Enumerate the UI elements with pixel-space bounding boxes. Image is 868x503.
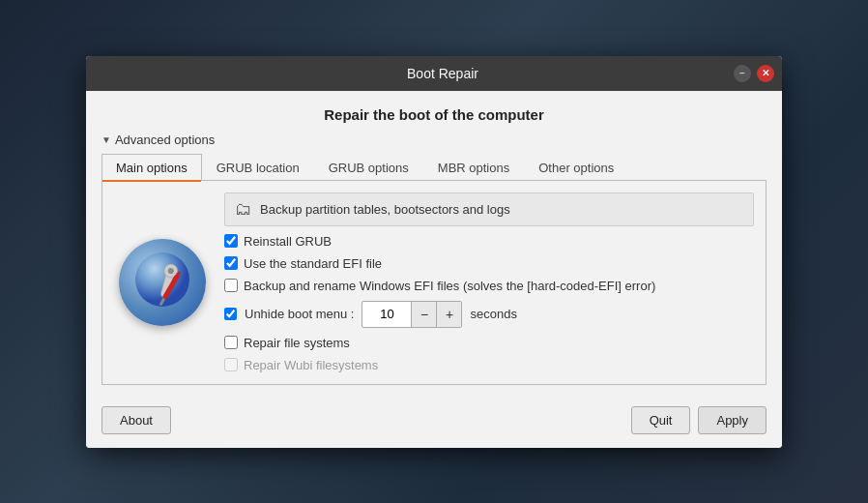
decrement-button[interactable]: − (411, 302, 436, 327)
unhide-row: Unhide boot menu : − + seconds (224, 301, 754, 328)
quit-button[interactable]: Quit (631, 406, 691, 434)
seconds-label: seconds (470, 307, 516, 321)
tab-other-options[interactable]: Other options (524, 154, 628, 181)
standard-efi-row: Use the standard EFI file (224, 256, 754, 271)
reinstall-grub-row: Reinstall GRUB (224, 234, 754, 249)
minimize-button[interactable]: − (734, 65, 751, 82)
unhide-label: Unhide boot menu : (245, 307, 354, 321)
repair-fs-row: Repair file systems (224, 336, 754, 350)
unhide-boot-checkbox[interactable] (224, 308, 237, 320)
tab-content: 🗂 Backup partition tables, bootsectors a… (101, 181, 767, 385)
logo-circle (119, 239, 206, 326)
folder-icon: 🗂 (235, 199, 252, 220)
repair-wubi-label: Repair Wubi filesystems (244, 358, 378, 372)
repair-fs-checkbox[interactable] (224, 336, 238, 349)
options-area: 🗂 Backup partition tables, bootsectors a… (224, 192, 754, 372)
apply-button[interactable]: Apply (698, 406, 767, 434)
standard-efi-checkbox[interactable] (224, 256, 238, 270)
reinstall-grub-label: Reinstall GRUB (244, 234, 332, 249)
tab-grub-options[interactable]: GRUB options (314, 154, 423, 181)
backup-text: Backup partition tables, bootsectors and… (260, 202, 510, 217)
reinstall-grub-checkbox[interactable] (224, 234, 238, 248)
about-button[interactable]: About (101, 406, 171, 434)
tab-mbr-options[interactable]: MBR options (423, 154, 524, 181)
close-button[interactable]: ✕ (757, 65, 774, 82)
advanced-options-label: Advanced options (115, 133, 215, 147)
tab-main-options[interactable]: Main options (101, 154, 202, 181)
repair-wubi-checkbox (224, 358, 238, 371)
arrow-down-icon: ▼ (101, 134, 111, 145)
repair-wubi-row: Repair Wubi filesystems (224, 358, 754, 372)
tabs-container: Main options GRUB location GRUB options … (101, 153, 767, 181)
advanced-options-toggle[interactable]: ▼ Advanced options (101, 133, 767, 147)
backup-row: 🗂 Backup partition tables, bootsectors a… (224, 192, 754, 226)
footer: About Quit Apply (86, 397, 782, 448)
window-content: Repair the boot of the computer ▼ Advanc… (86, 91, 782, 397)
titlebar: Boot Repair − ✕ (86, 56, 782, 91)
backup-windows-label: Backup and rename Windows EFI files (sol… (244, 279, 655, 293)
spinner-input[interactable] (362, 304, 411, 324)
main-options-layout: 🗂 Backup partition tables, bootsectors a… (114, 192, 754, 372)
window: Boot Repair − ✕ Repair the boot of the c… (86, 56, 782, 448)
standard-efi-label: Use the standard EFI file (244, 256, 382, 271)
window-title: Boot Repair (152, 66, 734, 81)
footer-right: Quit Apply (631, 406, 767, 434)
spinner-group: − + (362, 301, 462, 328)
logo-svg (129, 249, 196, 316)
tab-grub-location[interactable]: GRUB location (202, 154, 314, 181)
page-title: Repair the boot of the computer (101, 106, 767, 123)
repair-fs-label: Repair file systems (244, 336, 350, 350)
increment-button[interactable]: + (436, 302, 461, 327)
titlebar-controls: − ✕ (734, 65, 774, 82)
backup-windows-checkbox[interactable] (224, 279, 238, 292)
logo-area (114, 192, 211, 372)
backup-windows-row: Backup and rename Windows EFI files (sol… (224, 279, 754, 293)
svg-point-0 (135, 252, 189, 307)
